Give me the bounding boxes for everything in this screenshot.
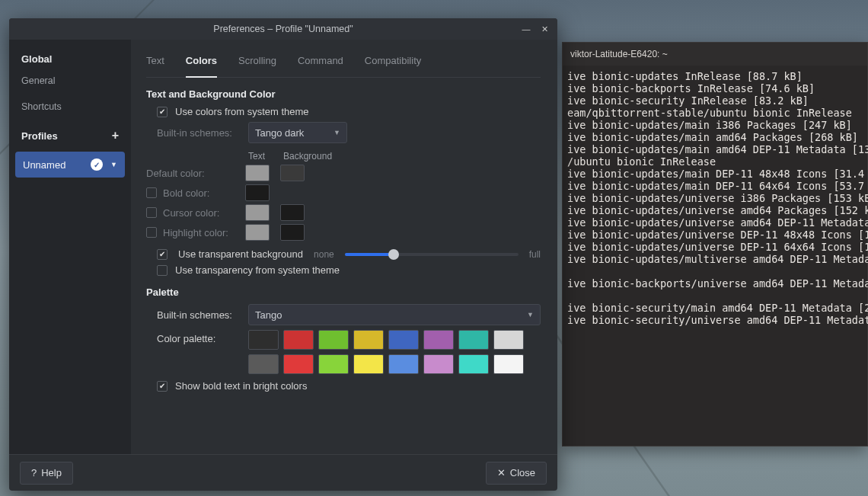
sidebar: Global General Shortcuts Profiles + Unna… [9, 40, 131, 454]
palette-swatch-14[interactable] [458, 354, 489, 374]
close-label: Close [510, 467, 535, 478]
swatch-cursor-text[interactable] [245, 204, 270, 221]
tab-bar: TextColorsScrollingCommandCompatibility [146, 49, 541, 78]
label-transparency-system: Use transparency from system theme [175, 264, 340, 276]
slider-label-full: full [529, 249, 541, 260]
swatch-default-text[interactable] [245, 165, 270, 181]
palette-swatch-11[interactable] [353, 354, 384, 374]
swatch-highlight-text[interactable] [245, 224, 270, 241]
label-bold-bright: Show bold text in bright colors [175, 380, 307, 392]
palette-swatch-10[interactable] [318, 354, 349, 374]
label-color-palette: Color palette: [157, 330, 241, 344]
close-button[interactable]: ✕ Close [486, 462, 547, 485]
swatch-bold-text[interactable] [245, 184, 270, 201]
help-button[interactable]: ? Help [20, 462, 73, 485]
dialog-title: Preferences – Profile "Unnamed" [9, 24, 557, 34]
palette-swatch-15[interactable] [493, 354, 524, 374]
label-default-color: Default color: [146, 168, 205, 179]
combo-builtin-scheme[interactable]: Tango dark ▼ [248, 122, 347, 143]
minimize-button[interactable]: — [518, 21, 535, 37]
combo-palette-scheme[interactable]: Tango ▼ [248, 304, 541, 325]
section-text-bg-title: Text and Background Color [146, 88, 541, 100]
palette-swatch-2[interactable] [318, 330, 349, 350]
terminal-window: viktor-Latitude-E6420: ~ ive bionic-upda… [562, 42, 868, 446]
checkbox-bold-color[interactable] [146, 187, 157, 198]
terminal-title: viktor-Latitude-E6420: ~ [570, 49, 668, 59]
profile-name-label: Unnamed [23, 159, 65, 171]
sidebar-profiles-heading: Profiles [21, 130, 58, 142]
preferences-dialog: Preferences – Profile "Unnamed" — ✕ Glob… [9, 18, 557, 491]
dialog-content: TextColorsScrollingCommandCompatibility … [131, 40, 557, 454]
label-builtin-schemes: Built-in schemes: [157, 127, 241, 139]
swatch-default-bg[interactable] [280, 165, 305, 181]
sidebar-profile-unnamed[interactable]: Unnamed ✓ ▼ [15, 152, 125, 178]
dialog-titlebar: Preferences – Profile "Unnamed" — ✕ [9, 18, 557, 40]
chevron-down-icon: ▼ [527, 311, 534, 318]
swatch-cursor-bg[interactable] [280, 204, 305, 221]
tab-colors[interactable]: Colors [186, 52, 217, 78]
palette-swatch-12[interactable] [388, 354, 419, 374]
slider-label-none: none [314, 249, 334, 260]
terminal-titlebar: viktor-Latitude-E6420: ~ [563, 43, 867, 66]
check-icon: ✓ [91, 158, 103, 171]
tab-command[interactable]: Command [298, 52, 343, 69]
sidebar-item-general[interactable]: General [9, 68, 131, 94]
label-bold-color: Bold color: [163, 187, 209, 199]
section-palette-title: Palette [146, 286, 541, 298]
tab-compatibility[interactable]: Compatibility [365, 52, 421, 69]
checkbox-highlight-color[interactable] [146, 227, 157, 238]
close-icon: ✕ [497, 467, 506, 478]
label-highlight-color: Highlight color: [163, 227, 228, 238]
tab-scrolling[interactable]: Scrolling [238, 52, 276, 69]
palette-grid [248, 330, 524, 374]
palette-swatch-13[interactable] [423, 354, 454, 374]
palette-swatch-7[interactable] [493, 330, 524, 350]
close-window-button[interactable]: ✕ [536, 21, 553, 37]
checkbox-transparent-bg[interactable] [157, 249, 168, 260]
checkbox-transparency-system[interactable] [157, 265, 168, 276]
sidebar-global-heading: Global [21, 53, 52, 65]
transparency-slider[interactable] [345, 253, 519, 256]
label-use-system-colors: Use colors from system theme [175, 106, 309, 117]
combo-palette-value: Tango [255, 309, 282, 321]
label-palette-builtin: Built-in schemes: [157, 309, 241, 321]
palette-swatch-8[interactable] [248, 354, 279, 374]
checkbox-bold-bright[interactable] [157, 381, 168, 392]
help-icon: ? [31, 467, 37, 478]
checkbox-cursor-color[interactable] [146, 207, 157, 218]
palette-swatch-6[interactable] [458, 330, 489, 350]
combo-builtin-value: Tango dark [255, 127, 304, 139]
palette-swatch-5[interactable] [423, 330, 454, 350]
checkbox-use-system-colors[interactable] [157, 107, 168, 117]
sidebar-item-shortcuts[interactable]: Shortcuts [9, 94, 131, 120]
tab-text[interactable]: Text [146, 52, 164, 69]
add-profile-button[interactable]: + [112, 129, 119, 142]
swatch-highlight-bg[interactable] [280, 224, 305, 241]
palette-swatch-3[interactable] [353, 330, 384, 350]
palette-swatch-1[interactable] [283, 330, 314, 350]
label-cursor-color: Cursor color: [163, 207, 219, 219]
chevron-down-icon[interactable]: ▼ [110, 161, 117, 168]
palette-swatch-9[interactable] [283, 354, 314, 374]
column-header-background: Background [283, 151, 332, 162]
column-header-text: Text [248, 151, 265, 162]
label-transparent-bg: Use transparent background [178, 248, 303, 260]
palette-swatch-0[interactable] [248, 330, 279, 350]
help-label: Help [41, 467, 62, 478]
chevron-down-icon: ▼ [333, 129, 340, 136]
palette-swatch-4[interactable] [388, 330, 419, 350]
terminal-output: ive bionic-updates InRelease [88.7 kB] i… [563, 66, 867, 331]
